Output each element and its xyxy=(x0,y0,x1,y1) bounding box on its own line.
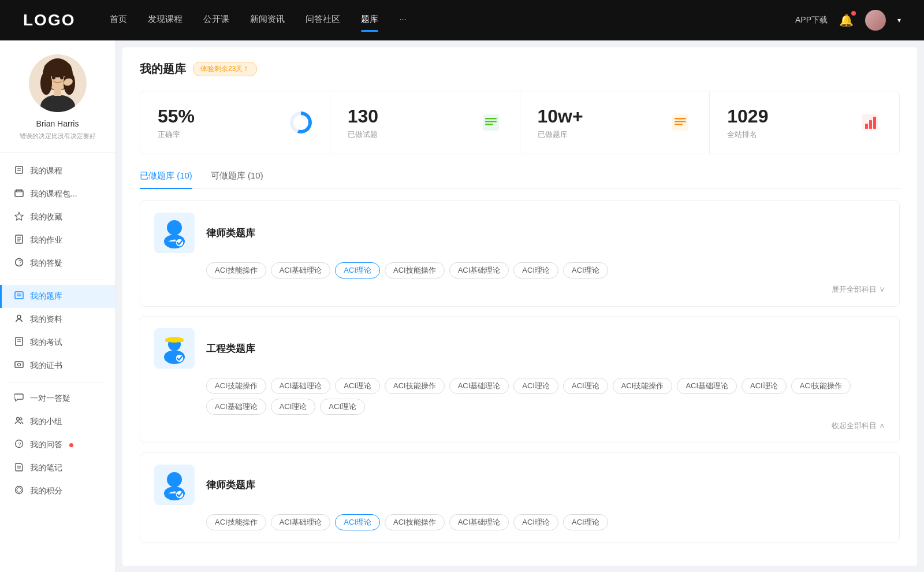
tag-1-7[interactable]: ACI理论 xyxy=(563,262,608,278)
tag-2-3[interactable]: ACI理论 xyxy=(335,378,380,394)
sidebar-item-favorites[interactable]: 我的收藏 xyxy=(0,206,115,229)
question-icon: ? xyxy=(14,258,24,269)
sidebar-label-my-course: 我的课程 xyxy=(30,166,62,176)
qbank-title-2: 工程类题库 xyxy=(206,342,255,355)
tag-2-14[interactable]: ACI理论 xyxy=(320,399,365,415)
stat-banks-done-label: 已做题库 xyxy=(538,129,660,140)
exam-icon xyxy=(14,337,24,348)
tag-1-5[interactable]: ACI基础理论 xyxy=(449,262,509,278)
tag-2-5[interactable]: ACI基础理论 xyxy=(449,378,509,394)
svg-rect-63 xyxy=(172,485,177,489)
tag-3-2[interactable]: ACI基础理论 xyxy=(271,514,331,530)
app-download-link[interactable]: APP下载 xyxy=(795,15,828,25)
tag-2-9[interactable]: ACI基础理论 xyxy=(677,378,737,394)
profile-icon xyxy=(14,314,24,325)
sidebar-divider-2 xyxy=(9,382,106,382)
stat-banks-done-value: 10w+ xyxy=(538,105,660,127)
svg-rect-49 xyxy=(865,124,868,129)
tag-1-4[interactable]: ACI技能操作 xyxy=(385,262,445,278)
questions-done-icon xyxy=(479,111,502,134)
nav-open-course[interactable]: 公开课 xyxy=(203,14,229,27)
avatar[interactable] xyxy=(865,10,886,31)
stats-row: 55% 正确率 130 已做试题 xyxy=(140,91,900,154)
tag-2-4[interactable]: ACI技能操作 xyxy=(385,378,445,394)
group-icon xyxy=(14,416,24,428)
qbank-tags-1: ACI技能操作 ACI基础理论 ACI理论 ACI技能操作 ACI基础理论 AC… xyxy=(154,262,885,278)
tag-3-7[interactable]: ACI理论 xyxy=(563,514,608,530)
sidebar-item-group[interactable]: 我的小组 xyxy=(0,410,115,433)
tag-3-1[interactable]: ACI技能操作 xyxy=(206,514,266,530)
topnav-right: APP下载 🔔 ▾ xyxy=(795,10,901,31)
svg-point-39 xyxy=(17,488,21,492)
tag-1-2[interactable]: ACI基础理论 xyxy=(271,262,331,278)
tag-2-6[interactable]: ACI理论 xyxy=(513,378,558,394)
sidebar-item-qa-me[interactable]: ? 我的答疑 xyxy=(0,252,115,275)
tag-1-6[interactable]: ACI理论 xyxy=(513,262,558,278)
sidebar-label-1to1-qa: 一对一答疑 xyxy=(30,393,70,404)
stat-accuracy-label: 正确率 xyxy=(158,129,280,140)
tab-available-banks[interactable]: 可做题库 (10) xyxy=(211,170,263,188)
svg-rect-45 xyxy=(675,118,686,120)
tag-2-7[interactable]: ACI理论 xyxy=(563,378,608,394)
svg-point-33 xyxy=(20,418,22,420)
sidebar-navigation: 我的课程 我的课程包... 我的收藏 我的作业 xyxy=(0,153,115,510)
tag-2-13[interactable]: ACI理论 xyxy=(271,399,316,415)
engineer-icon xyxy=(160,333,189,364)
nav-home[interactable]: 首页 xyxy=(110,14,127,27)
sidebar-item-exam[interactable]: 我的考试 xyxy=(0,331,115,354)
tag-3-5[interactable]: ACI基础理论 xyxy=(449,514,509,530)
nav-questions[interactable]: 题库 xyxy=(361,14,378,27)
stat-site-rank: 1029 全站排名 xyxy=(710,91,899,154)
sidebar-item-points[interactable]: 我的积分 xyxy=(0,480,115,503)
qbank-card-engineer: 工程类题库 ACI技能操作 ACI基础理论 ACI理论 ACI技能操作 ACI基… xyxy=(140,316,900,443)
tag-2-12[interactable]: ACI基础理论 xyxy=(206,399,266,415)
qbank-lawyer-icon-wrap-2 xyxy=(154,465,195,505)
qbank-tags-3: ACI技能操作 ACI基础理论 ACI理论 ACI技能操作 ACI基础理论 AC… xyxy=(154,514,885,530)
page-header: 我的题库 体验剩余23天！ xyxy=(140,61,900,77)
sidebar-divider-1 xyxy=(9,280,106,280)
tag-2-1[interactable]: ACI技能操作 xyxy=(206,378,266,394)
nav-qa[interactable]: 问答社区 xyxy=(305,14,340,27)
tag-1-3[interactable]: ACI理论 xyxy=(335,262,380,278)
sidebar-item-profile[interactable]: 我的资料 xyxy=(0,308,115,331)
sidebar-profile: Brian Harris 错误的决定比没有决定要好 xyxy=(0,54,115,153)
page-title: 我的题库 xyxy=(140,61,186,77)
sidebar-item-question-bank[interactable]: 我的题库 xyxy=(0,285,115,308)
nav-discover[interactable]: 发现课程 xyxy=(148,14,182,27)
sidebar-item-course-package[interactable]: 我的课程包... xyxy=(0,183,115,206)
package-icon xyxy=(14,188,24,200)
sidebar-item-my-course[interactable]: 我的课程 xyxy=(0,159,115,183)
tag-2-11[interactable]: ACI技能操作 xyxy=(791,378,851,394)
tag-2-8[interactable]: ACI技能操作 xyxy=(613,378,673,394)
lawyer-icon xyxy=(160,217,189,248)
expand-all-subjects-1[interactable]: 展开全部科目 ∨ xyxy=(154,284,885,295)
qbank-icon xyxy=(14,291,24,302)
tabs-row: 已做题库 (10) 可做题库 (10) xyxy=(140,170,900,189)
nav-news[interactable]: 新闻资讯 xyxy=(250,14,285,27)
bell-icon: 🔔 xyxy=(839,14,854,27)
notification-bell[interactable]: 🔔 xyxy=(839,13,854,27)
tag-3-4[interactable]: ACI技能操作 xyxy=(385,514,445,530)
tag-3-3[interactable]: ACI理论 xyxy=(335,514,380,530)
svg-rect-47 xyxy=(675,124,683,125)
sidebar-item-1to1-qa[interactable]: 一对一答疑 xyxy=(0,387,115,410)
tab-done-banks[interactable]: 已做题库 (10) xyxy=(140,170,192,188)
sidebar-item-my-qa[interactable]: ? 我的问答 xyxy=(0,433,115,456)
main-layout: Brian Harris 错误的决定比没有决定要好 我的课程 我的课程包... xyxy=(0,40,924,572)
tag-2-2[interactable]: ACI基础理论 xyxy=(271,378,331,394)
qbank-engineer-icon-wrap xyxy=(154,328,195,369)
svg-rect-30 xyxy=(15,362,23,367)
sidebar-label-qa-me: 我的答疑 xyxy=(30,258,62,269)
tag-1-1[interactable]: ACI技能操作 xyxy=(206,262,266,278)
nav-more[interactable]: ··· xyxy=(399,14,407,27)
stat-questions-done: 130 已做试题 xyxy=(330,91,520,154)
tag-3-6[interactable]: ACI理论 xyxy=(513,514,558,530)
stat-questions-done-info: 130 已做试题 xyxy=(348,105,470,140)
chevron-down-icon[interactable]: ▾ xyxy=(897,16,901,24)
sidebar-item-homework[interactable]: 我的作业 xyxy=(0,229,115,252)
sidebar-item-notes[interactable]: 我的笔记 xyxy=(0,456,115,480)
tag-2-10[interactable]: ACI理论 xyxy=(742,378,787,394)
lawyer-icon-2 xyxy=(160,469,189,500)
sidebar-item-certificate[interactable]: 我的证书 xyxy=(0,354,115,377)
collapse-all-subjects-2[interactable]: 收起全部科目 ∧ xyxy=(154,421,885,431)
